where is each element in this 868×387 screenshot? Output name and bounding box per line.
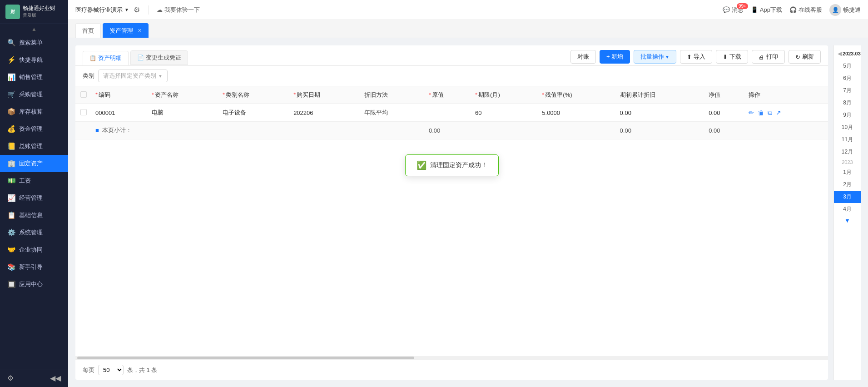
print-icon: 🖨 xyxy=(759,54,764,60)
cal-month-3-current[interactable]: 3月 xyxy=(834,191,861,203)
sidebar-item-system[interactable]: ⚙️ 系统管理 xyxy=(0,224,68,241)
delete-icon[interactable]: 🗑 xyxy=(758,109,764,116)
sidebar-item-basic-info[interactable]: 📋 基础信息 xyxy=(0,207,68,224)
edit-icon[interactable]: ✏ xyxy=(749,109,754,116)
sub-tab-change-voucher[interactable]: 📄 变更生成凭证 xyxy=(130,50,188,65)
filter-select-arrow-icon: ▼ xyxy=(158,74,163,79)
settings-button[interactable]: ⚙ xyxy=(134,5,140,14)
cell-category: 电子设备 xyxy=(219,104,290,122)
search-icon: 🔍 xyxy=(7,39,15,47)
cell-original-value xyxy=(425,104,471,122)
cell-initial-depreciation: 0.00 xyxy=(616,104,705,122)
copy-icon[interactable]: ⧉ xyxy=(768,109,772,117)
scrollbar-thumb[interactable] xyxy=(77,357,414,359)
app-download-button[interactable]: 📱 App下载 xyxy=(751,6,782,14)
new-button[interactable]: + 新增 xyxy=(600,50,630,64)
calendar-collapse-icon[interactable]: ◀ xyxy=(837,50,843,58)
select-all-checkbox[interactable] xyxy=(80,91,87,98)
cell-period: 60 xyxy=(471,104,538,122)
company-selector[interactable]: 医疗器械行业演示 ▼ xyxy=(75,6,129,14)
sidebar-item-ledger[interactable]: 📒 总账管理 xyxy=(0,138,68,155)
cal-month-4[interactable]: 4月 xyxy=(834,203,861,215)
refresh-button[interactable]: ↻ 刷新 xyxy=(789,50,821,64)
calendar-expand-button[interactable]: ▼ xyxy=(843,215,852,226)
more-icon[interactable]: ↗ xyxy=(776,109,781,116)
sidebar-scroll-up[interactable]: ▲ xyxy=(31,26,37,32)
sidebar-item-fixed-assets[interactable]: 🏢 固定资产 xyxy=(0,155,68,172)
cloud-icon: ☁ xyxy=(157,6,163,13)
headset-icon: 🎧 xyxy=(789,6,797,13)
sidebar-item-funds[interactable]: 💰 资金管理 xyxy=(0,120,68,138)
online-service-button[interactable]: 🎧 在线客服 xyxy=(789,6,822,14)
cal-month-5[interactable]: 5月 xyxy=(834,60,861,72)
dropdown-arrow-icon: ▼ xyxy=(665,55,670,60)
sidebar-nav: 🔍 搜索菜单 ⚡ 快捷导航 📊 销售管理 🛒 采购管理 📦 库存核算 💰 资金管… xyxy=(0,34,68,369)
sidebar-item-sales[interactable]: 📊 销售管理 xyxy=(0,69,68,86)
cal-month-12[interactable]: 12月 xyxy=(834,146,861,158)
sidebar-item-purchase[interactable]: 🛒 采购管理 xyxy=(0,86,68,103)
toolbar-buttons: 对账 + 新增 批量操作 ▼ ⬆ 导入 ⬇ 下载 🖨 xyxy=(570,50,821,65)
tab-home[interactable]: 首页 xyxy=(75,23,101,38)
inventory-icon: 📦 xyxy=(7,108,15,116)
sidebar-item-salary[interactable]: 💵 工资 xyxy=(0,172,68,189)
expand-down-icon: ▼ xyxy=(844,217,850,224)
sidebar-item-enterprise[interactable]: 🤝 企业协同 xyxy=(0,241,68,258)
sidebar-item-apps[interactable]: 🔲 应用中心 xyxy=(0,276,68,293)
cal-month-6[interactable]: 6月 xyxy=(834,72,861,84)
cell-purchase-date: 202206 xyxy=(290,104,361,122)
cal-month-9[interactable]: 9月 xyxy=(834,109,861,121)
col-original-value: *原值 xyxy=(425,86,471,104)
sales-icon: 📊 xyxy=(7,73,15,81)
asset-table: *编码 *资产名称 *类别名称 *购买日期 折旧方法 *原值 *期限(月) *残… xyxy=(75,86,828,356)
category-filter-select[interactable]: 请选择固定资产类别 ▼ xyxy=(98,69,168,82)
col-category: *类别名称 xyxy=(219,86,290,104)
sidebar-item-operations[interactable]: 📈 经营管理 xyxy=(0,189,68,207)
tab-close-button[interactable]: ✕ xyxy=(138,28,142,34)
col-period: *期限(月) xyxy=(471,86,538,104)
company-name: 医疗器械行业演示 xyxy=(75,6,123,14)
funds-icon: 💰 xyxy=(7,125,15,133)
print-button[interactable]: 🖨 打印 xyxy=(752,50,785,64)
experience-button[interactable]: ☁ 我要体验一下 xyxy=(157,6,200,14)
operations-icon: 📈 xyxy=(7,194,15,202)
sidebar-item-quick-nav[interactable]: ⚡ 快捷导航 xyxy=(0,51,68,69)
calendar-header: 2023.03 xyxy=(843,49,861,58)
horizontal-scrollbar[interactable] xyxy=(75,356,828,360)
avatar: 👤 xyxy=(829,4,841,16)
subtotal-net-value: 0.00 xyxy=(705,122,744,139)
collapse-icon[interactable]: ◀◀ xyxy=(50,374,61,382)
tab-asset-management[interactable]: 资产管理 ✕ xyxy=(103,23,149,38)
cal-month-7[interactable]: 7月 xyxy=(834,84,861,97)
sidebar-item-inventory[interactable]: 📦 库存核算 xyxy=(0,103,68,120)
sidebar: 财 畅捷通好业财 普及版 ▲ 🔍 搜索菜单 ⚡ 快捷导航 📊 销售管理 🛒 采购… xyxy=(0,0,68,387)
cal-year-label: 2023 xyxy=(834,158,861,166)
subtotal-icon: ■ xyxy=(95,127,99,134)
col-depreciation-method: 折旧方法 xyxy=(361,86,425,104)
guide-icon: 📚 xyxy=(7,263,15,271)
logo-text: 畅捷通好业财 xyxy=(23,5,55,12)
cal-month-1[interactable]: 1月 xyxy=(834,166,861,179)
reconcile-button[interactable]: 对账 xyxy=(570,50,596,64)
subtotal-label: 本页小计： xyxy=(102,127,132,134)
message-button[interactable]: 💬 消息 99+ xyxy=(723,6,744,14)
success-icon: ✅ xyxy=(417,160,427,170)
row-checkbox[interactable] xyxy=(80,109,87,115)
settings-icon[interactable]: ⚙ xyxy=(7,374,14,382)
cal-month-10[interactable]: 10月 xyxy=(834,121,861,134)
col-initial-depreciation: 期初累计折旧 xyxy=(616,86,705,104)
user-menu[interactable]: 👤 畅捷通 xyxy=(829,4,861,16)
purchase-icon: 🛒 xyxy=(7,90,15,99)
per-page-select[interactable]: 50 100 200 xyxy=(98,365,124,375)
download-button[interactable]: ⬇ 下载 xyxy=(716,50,748,64)
sidebar-item-search[interactable]: 🔍 搜索菜单 xyxy=(0,34,68,51)
import-button[interactable]: ⬆ 导入 xyxy=(680,50,712,64)
cal-month-11[interactable]: 11月 xyxy=(834,134,861,146)
col-name: *资产名称 xyxy=(148,86,219,104)
sub-tab-bar: 📋 资产明细 📄 变更生成凭证 对账 + 新增 批量操作 ▼ ⬆ xyxy=(75,45,828,66)
logo-sub: 普及版 xyxy=(23,12,55,19)
cal-month-2[interactable]: 2月 xyxy=(834,179,861,191)
sub-tab-asset-detail[interactable]: 📋 资产明细 xyxy=(83,51,129,65)
sidebar-item-guide[interactable]: 📚 新手引导 xyxy=(0,258,68,276)
cal-month-8[interactable]: 8月 xyxy=(834,97,861,109)
batch-ops-button[interactable]: 批量操作 ▼ xyxy=(634,50,676,64)
